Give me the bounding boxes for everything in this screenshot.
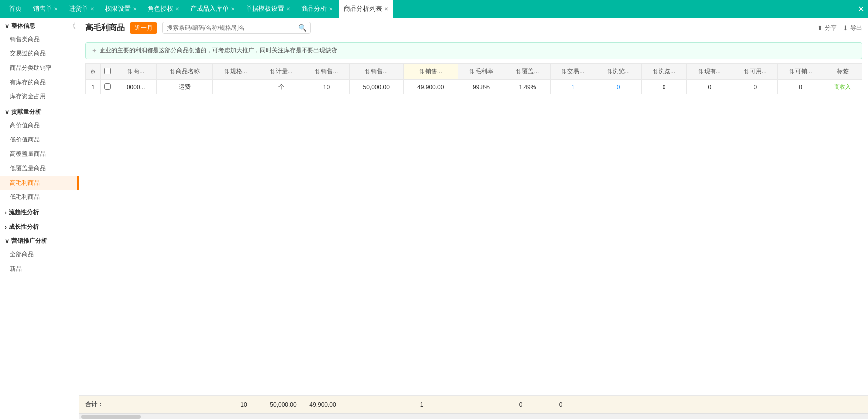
header-actions: ⬆ 分享 ⬇ 导出 xyxy=(817,24,862,32)
cell-views1: 0 xyxy=(596,80,641,94)
sidebar-group-contribution[interactable]: ∨ 贡献量分析 xyxy=(0,104,79,118)
chevron-right-icon-2: › xyxy=(5,224,7,231)
sidebar-item-low-margin[interactable]: 低毛利商品 xyxy=(0,190,79,204)
sidebar-group-marketing[interactable]: ∨ 营销推广分析 xyxy=(0,233,79,247)
col-coverage[interactable]: ⇅ 覆盖... xyxy=(505,64,550,80)
nav-home[interactable]: 首页 xyxy=(4,0,27,18)
nav-purchase[interactable]: 进货单 ✕ xyxy=(64,0,99,18)
nav-sales[interactable]: 销售单 ✕ xyxy=(28,0,63,18)
cell-sales-amount: 50,000.00 xyxy=(349,80,404,94)
sidebar-item-sales-products[interactable]: 销售类商品 xyxy=(0,32,79,47)
views1-link[interactable]: 0 xyxy=(617,84,620,91)
sidebar-item-high-margin[interactable]: 高毛利商品 xyxy=(0,176,79,190)
top-navigation: 首页 销售单 ✕ 进货单 ✕ 权限设置 ✕ 角色授权 ✕ 产成品入库单 ✕ 单据… xyxy=(0,0,868,18)
sidebar-item-in-stock[interactable]: 有库存的商品 xyxy=(0,75,79,90)
footer-cell-amount: 50,000.00 xyxy=(263,401,303,408)
col-stock-saleable[interactable]: ⇅ 可销... xyxy=(778,64,823,80)
search-icon[interactable]: 🔍 xyxy=(298,24,306,32)
col-code[interactable]: ⇅ 商... xyxy=(115,64,157,80)
sidebar-item-stock-capital[interactable]: 库存资金占用 xyxy=(0,90,79,104)
cell-checkbox[interactable] xyxy=(101,80,115,94)
cell-name: 运费 xyxy=(156,80,213,94)
col-views2[interactable]: ⇅ 浏览... xyxy=(641,64,687,80)
footer-cell-stock1: 0 xyxy=(501,401,541,408)
close-analysis-tab-icon[interactable]: ✕ xyxy=(329,6,333,12)
col-settings[interactable]: ⚙ xyxy=(86,64,101,80)
col-views1[interactable]: ⇅ 浏览... xyxy=(596,64,641,80)
data-table-container[interactable]: ⚙ ⇅ 商... ⇅ 商品名称 ⇅ 规格... ⇅ 计量... ⇅ 销售... … xyxy=(79,63,868,395)
nav-template[interactable]: 单据模板设置 ✕ xyxy=(241,0,295,18)
sidebar-item-low-coverage[interactable]: 低覆盖量商品 xyxy=(0,161,79,176)
product-tag: 高收入 xyxy=(834,84,851,90)
col-sales-qty[interactable]: ⇅ 销售... xyxy=(304,64,349,80)
share-icon: ⬆ xyxy=(817,24,823,32)
sidebar-item-new-products[interactable]: 新品 xyxy=(0,262,79,276)
scroll-thumb[interactable] xyxy=(81,415,141,419)
close-purchase-tab-icon[interactable]: ✕ xyxy=(90,6,94,12)
cell-spec xyxy=(213,80,258,94)
cell-transactions: 1 xyxy=(550,80,596,94)
nav-product-analysis[interactable]: 商品分析 ✕ xyxy=(296,0,338,18)
cell-tag: 高收入 xyxy=(823,80,862,94)
col-gross-rate[interactable]: ⇅ 毛利率 xyxy=(458,64,505,80)
share-button[interactable]: ⬆ 分享 xyxy=(817,24,837,32)
col-sales-amount[interactable]: ⇅ 销售... xyxy=(349,64,404,80)
sidebar: 《 ∨ 整体信息 销售类商品 交易过的商品 商品分类助销率 有库存的商品 库存资… xyxy=(0,18,79,419)
sidebar-group-overall[interactable]: ∨ 整体信息 xyxy=(0,18,79,32)
close-app-button[interactable]: ✕ xyxy=(858,4,864,14)
sidebar-item-low-value[interactable]: 低价值商品 xyxy=(0,133,79,147)
table-row: 1 0000... 运费 个 10 50,000.00 49,900.00 99… xyxy=(86,80,862,94)
main-layout: 《 ∨ 整体信息 销售类商品 交易过的商品 商品分类助销率 有库存的商品 库存资… xyxy=(0,18,868,419)
col-tag[interactable]: 标签 xyxy=(823,64,862,80)
col-stock-current[interactable]: ⇅ 现有... xyxy=(687,64,732,80)
cell-code: 0000... xyxy=(115,80,157,94)
col-unit[interactable]: ⇅ 计量... xyxy=(258,64,304,80)
nav-analysis-list[interactable]: 商品分析列表 ✕ xyxy=(339,0,393,18)
close-roles-tab-icon[interactable]: ✕ xyxy=(175,6,179,12)
transactions-link[interactable]: 1 xyxy=(571,84,575,91)
sidebar-item-traded-products[interactable]: 交易过的商品 xyxy=(0,47,79,61)
cell-stock-current: 0 xyxy=(687,80,732,94)
chevron-down-icon-2: ∨ xyxy=(5,109,9,116)
close-template-tab-icon[interactable]: ✕ xyxy=(286,6,290,12)
cell-sales-profit: 49,900.00 xyxy=(404,80,458,94)
sidebar-group-growth[interactable]: › 成长性分析 xyxy=(0,219,79,233)
content-area: 高毛利商品 近一月 🔍 ⬆ 分享 ⬇ 导出 ✦ 企业的主要的利润都是这部分商品创… xyxy=(79,18,868,419)
nav-permissions[interactable]: 权限设置 ✕ xyxy=(100,0,142,18)
close-analysis-list-tab-icon[interactable]: ✕ xyxy=(384,6,388,12)
select-all-checkbox[interactable] xyxy=(104,68,111,74)
col-sales-profit[interactable]: ⇅ 销售... xyxy=(404,64,458,80)
sidebar-item-all-products[interactable]: 全部商品 xyxy=(0,247,79,262)
sidebar-collapse-button[interactable]: 《 xyxy=(69,22,76,31)
search-input[interactable] xyxy=(167,24,295,31)
close-sales-tab-icon[interactable]: ✕ xyxy=(54,6,58,12)
export-icon: ⬇ xyxy=(843,24,848,32)
footer-cell-profit: 49,900.00 xyxy=(303,401,343,408)
cell-sales-qty: 10 xyxy=(304,80,349,94)
col-checkbox[interactable] xyxy=(101,64,115,80)
horizontal-scrollbar[interactable] xyxy=(79,413,868,419)
filter-button[interactable]: 近一月 xyxy=(130,22,157,34)
cell-views2: 0 xyxy=(641,80,687,94)
sidebar-item-high-coverage[interactable]: 高覆盖量商品 xyxy=(0,147,79,161)
sidebar-item-category-sales-rate[interactable]: 商品分类助销率 xyxy=(0,61,79,75)
footer-cell-stock2: 0 xyxy=(541,401,580,408)
footer-totals: 合计： 10 50,000.00 49,900.00 1 0 0 xyxy=(79,395,868,413)
close-product-inbound-tab-icon[interactable]: ✕ xyxy=(231,6,235,12)
cell-stock-saleable: 0 xyxy=(778,80,823,94)
sidebar-item-high-value[interactable]: 高价值商品 xyxy=(0,118,79,133)
cell-stock-available: 0 xyxy=(732,80,778,94)
chevron-right-icon: › xyxy=(5,209,7,216)
sidebar-group-trend[interactable]: › 流趋性分析 xyxy=(0,204,79,219)
close-permissions-tab-icon[interactable]: ✕ xyxy=(133,6,137,12)
col-name[interactable]: ⇅ 商品名称 xyxy=(156,64,213,80)
col-transactions[interactable]: ⇅ 交易... xyxy=(550,64,596,80)
data-table: ⚙ ⇅ 商... ⇅ 商品名称 ⇅ 规格... ⇅ 计量... ⇅ 销售... … xyxy=(85,63,862,94)
row-checkbox[interactable] xyxy=(104,83,111,90)
col-stock-available[interactable]: ⇅ 可用... xyxy=(732,64,778,80)
nav-product-inbound[interactable]: 产成品入库单 ✕ xyxy=(185,0,240,18)
col-spec[interactable]: ⇅ 规格... xyxy=(213,64,258,80)
notice-banner: ✦ 企业的主要的利润都是这部分商品创造的，可考虑加大推广，同时关注库存是不要出现… xyxy=(85,42,862,59)
nav-roles[interactable]: 角色授权 ✕ xyxy=(143,0,184,18)
export-button[interactable]: ⬇ 导出 xyxy=(843,24,862,32)
